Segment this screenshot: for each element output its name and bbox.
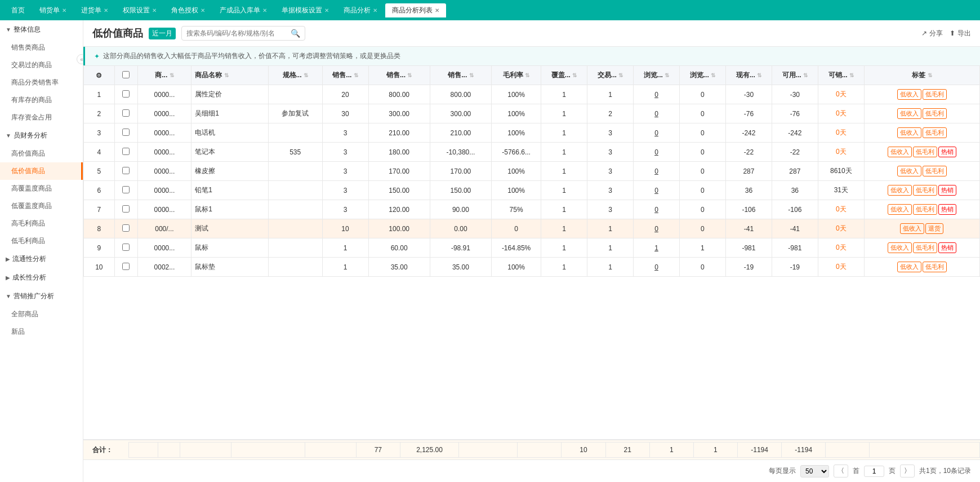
browse-link[interactable]: 0 — [654, 167, 658, 175]
row-checkbox-cell[interactable] — [114, 162, 137, 181]
sidebar-item-stock-capital[interactable]: 库存资金占用 — [0, 109, 83, 126]
row-checkbox-cell[interactable] — [114, 219, 137, 238]
row-browse1[interactable]: 0 — [633, 104, 679, 123]
time-filter-tag[interactable]: 近一月 — [149, 28, 176, 39]
nav-close-purchase[interactable]: ✕ — [104, 7, 108, 14]
row-browse1[interactable]: 0 — [633, 219, 679, 238]
row-checkbox[interactable] — [122, 186, 130, 193]
sidebar-section-circulation[interactable]: ▶ 流通性分析 — [0, 250, 83, 268]
row-checkbox-cell[interactable] — [114, 143, 137, 162]
th-browse1[interactable]: 浏览... ⇅ — [633, 66, 679, 85]
nav-close-list[interactable]: ✕ — [435, 7, 439, 14]
row-browse1[interactable]: 0 — [633, 200, 679, 219]
th-avail[interactable]: 可用... ⇅ — [772, 66, 818, 85]
nav-sales-order[interactable]: 销货单 ✕ — [33, 3, 73, 17]
nav-close-template[interactable]: ✕ — [324, 7, 329, 14]
sidebar-item-sales-products[interactable]: 销售类商品 — [0, 39, 83, 56]
row-browse1[interactable]: 0 — [633, 85, 679, 104]
nav-product-analysis-list[interactable]: 商品分析列表 ✕ — [385, 3, 446, 17]
th-trade[interactable]: 交易... ⇅ — [587, 66, 634, 85]
sidebar-item-traded-products[interactable]: 交易过的商品 — [0, 56, 83, 74]
nav-product-analysis[interactable]: 商品分析 ✕ — [337, 3, 384, 17]
browse-link[interactable]: 0 — [654, 225, 658, 233]
nav-purchase-order[interactable]: 进货单 ✕ — [74, 3, 115, 17]
search-input[interactable] — [186, 29, 288, 37]
row-checkbox-cell[interactable] — [114, 258, 137, 277]
sidebar-collapse-btn[interactable]: « — [77, 54, 83, 64]
browse-link[interactable]: 1 — [654, 244, 658, 252]
page-number-input[interactable] — [864, 466, 884, 477]
sidebar-item-low-profit[interactable]: 低毛利商品 — [0, 232, 83, 250]
browse-link[interactable]: 0 — [654, 206, 658, 214]
th-checkbox[interactable] — [114, 66, 137, 85]
next-page-btn[interactable]: 〉 — [900, 465, 915, 477]
sidebar-item-high-coverage[interactable]: 高覆盖度商品 — [0, 180, 83, 197]
th-sales-avg[interactable]: 销售... ⇅ — [430, 66, 491, 85]
sidebar-item-high-profit[interactable]: 高毛利商品 — [0, 215, 83, 232]
th-name[interactable]: 商品名称 ⇅ — [191, 66, 269, 85]
per-page-select[interactable]: 50 100 200 — [800, 465, 829, 477]
browse-link[interactable]: 0 — [654, 187, 658, 194]
row-checkbox[interactable] — [122, 90, 130, 98]
nav-close-product[interactable]: ✕ — [262, 7, 267, 14]
browse-link[interactable]: 0 — [654, 263, 658, 271]
sidebar-section-financial[interactable]: ▼ 员财务分析 — [0, 126, 83, 145]
row-checkbox-cell[interactable] — [114, 104, 137, 123]
row-browse1[interactable]: 0 — [633, 181, 679, 200]
row-browse1[interactable]: 0 — [633, 162, 679, 181]
sidebar-item-all-products[interactable]: 全部商品 — [0, 306, 83, 323]
row-browse1[interactable]: 0 — [633, 123, 679, 143]
row-checkbox-cell[interactable] — [114, 85, 137, 104]
row-checkbox[interactable] — [122, 129, 130, 136]
sidebar-item-low-value[interactable]: 低价值商品 — [0, 162, 83, 180]
row-checkbox-cell[interactable] — [114, 238, 137, 258]
row-checkbox-cell[interactable] — [114, 181, 137, 200]
sidebar-section-overall[interactable]: ▼ 整体信息 — [0, 20, 83, 39]
gear-icon[interactable]: ⚙ — [96, 72, 102, 79]
row-browse1[interactable]: 0 — [633, 143, 679, 162]
select-all-checkbox[interactable] — [122, 71, 130, 78]
browse-link[interactable]: 0 — [654, 129, 658, 137]
nav-home[interactable]: 首页 — [5, 3, 32, 17]
nav-template[interactable]: 单据模板设置 ✕ — [275, 3, 336, 17]
sidebar-section-marketing[interactable]: ▼ 营销推广分析 — [0, 287, 83, 306]
nav-product-stock[interactable]: 产成品入库单 ✕ — [213, 3, 274, 17]
sidebar-section-growth[interactable]: ▶ 成长性分析 — [0, 268, 83, 287]
sidebar-item-stocked-products[interactable]: 有库存的商品 — [0, 91, 83, 109]
row-checkbox[interactable] — [122, 148, 130, 155]
browse-link[interactable]: 0 — [654, 91, 658, 99]
sidebar-item-new-products[interactable]: 新品 — [0, 323, 83, 341]
th-spec[interactable]: 规格... ⇅ — [268, 66, 322, 85]
browse-link[interactable]: 0 — [654, 110, 658, 118]
share-button[interactable]: ↗ 分享 — [921, 29, 943, 38]
nav-close-sales[interactable]: ✕ — [62, 7, 66, 14]
th-coverage[interactable]: 覆盖... ⇅ — [541, 66, 587, 85]
row-checkbox[interactable] — [122, 224, 130, 232]
row-browse1[interactable]: 0 — [633, 258, 679, 277]
export-button[interactable]: ⬆ 导出 — [950, 29, 971, 38]
th-profit[interactable]: 毛利率 ⇅ — [492, 66, 541, 85]
sidebar-item-category-sales-rate[interactable]: 商品分类销售率 — [0, 74, 83, 91]
th-stock[interactable]: 现有... ⇅ — [725, 66, 772, 85]
row-checkbox-cell[interactable] — [114, 200, 137, 219]
row-checkbox[interactable] — [122, 109, 130, 117]
sidebar-item-low-coverage[interactable]: 低覆盖度商品 — [0, 197, 83, 215]
row-checkbox[interactable] — [122, 263, 130, 270]
first-page-btn[interactable]: 〈 — [834, 465, 848, 477]
sidebar-item-high-value[interactable]: 高价值商品 — [0, 145, 83, 162]
th-settings[interactable]: ⚙ — [84, 66, 115, 85]
nav-close-permission[interactable]: ✕ — [152, 7, 157, 14]
search-icon[interactable]: 🔍 — [291, 29, 300, 38]
browse-link[interactable]: 0 — [654, 148, 658, 156]
row-checkbox-cell[interactable] — [114, 123, 137, 143]
th-tags[interactable]: 标签 ⇅ — [864, 66, 979, 85]
nav-close-analysis[interactable]: ✕ — [373, 7, 377, 14]
row-checkbox[interactable] — [122, 205, 130, 213]
search-box[interactable]: 🔍 — [181, 26, 305, 41]
th-sellable[interactable]: 可销... ⇅ — [818, 66, 864, 85]
row-checkbox[interactable] — [122, 167, 130, 174]
nav-close-role[interactable]: ✕ — [201, 7, 205, 14]
row-checkbox[interactable] — [122, 244, 130, 251]
th-sales-qty[interactable]: 销售... ⇅ — [322, 66, 368, 85]
row-browse1[interactable]: 1 — [633, 238, 679, 258]
